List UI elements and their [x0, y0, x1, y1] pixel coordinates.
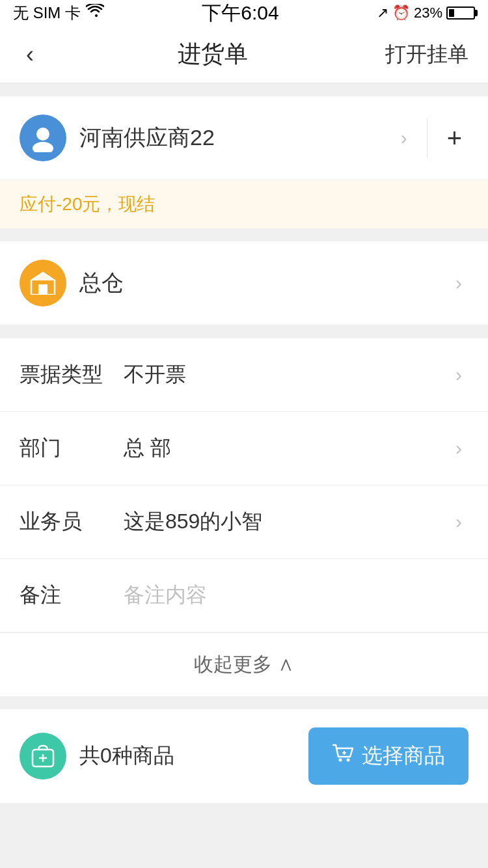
svg-point-9: [347, 759, 350, 762]
remarks-row[interactable]: 备注 备注内容: [0, 559, 488, 632]
section-gap-2: [0, 228, 488, 241]
status-time: 下午6:04: [202, 0, 278, 27]
wifi-icon: [86, 4, 104, 22]
carrier-label: 无 SIM 卡: [13, 3, 81, 23]
salesperson-row[interactable]: 业务员 这是859的小智 ›: [0, 485, 488, 559]
location-icon: ↗: [377, 5, 388, 21]
status-left: 无 SIM 卡: [13, 3, 104, 23]
notice-text: 应付-20元，现结: [20, 194, 155, 214]
product-icon-wrap: [20, 733, 66, 780]
status-bar: 无 SIM 卡 下午6:04 ↗ ⏰ 23%: [0, 0, 488, 26]
remarks-label: 备注: [20, 581, 111, 610]
svg-rect-3: [38, 284, 47, 295]
department-chevron-icon: ›: [455, 437, 462, 459]
form-section: 票据类型 不开票 › 部门 总 部 › 业务员 这是859的小智 › 备注 备注…: [0, 338, 488, 696]
cart-icon: [332, 744, 354, 768]
page-title: 进货单: [178, 38, 248, 70]
svg-point-8: [339, 759, 342, 762]
remarks-input[interactable]: 备注内容: [111, 581, 468, 610]
warehouse-name: 总仓: [79, 268, 455, 298]
battery-icon: [446, 7, 475, 20]
salesperson-chevron-icon: ›: [455, 511, 462, 533]
status-right: ↗ ⏰ 23%: [377, 5, 475, 21]
department-value: 总 部: [111, 434, 455, 463]
supplier-name: 河南供应商22: [79, 123, 401, 153]
back-button[interactable]: ‹: [20, 34, 40, 75]
department-label: 部门: [20, 434, 111, 463]
supplier-row[interactable]: 河南供应商22 › +: [0, 96, 488, 180]
open-pending-button[interactable]: 打开挂单: [385, 40, 468, 69]
svg-point-0: [36, 128, 49, 141]
product-section: 共0种商品 选择商品: [0, 709, 488, 803]
salesperson-value: 这是859的小智: [111, 508, 455, 536]
select-product-label: 选择商品: [362, 742, 445, 770]
product-count: 共0种商品: [79, 742, 295, 770]
nav-bar: ‹ 进货单 打开挂单: [0, 26, 488, 83]
supplier-avatar: [20, 115, 66, 161]
add-button[interactable]: +: [441, 117, 468, 159]
section-gap-1: [0, 83, 488, 96]
invoice-type-row[interactable]: 票据类型 不开票 ›: [0, 338, 488, 412]
vertical-divider: [427, 118, 427, 157]
section-gap-3: [0, 325, 488, 338]
invoice-chevron-icon: ›: [455, 364, 462, 386]
page-background: [0, 803, 488, 868]
svg-marker-4: [31, 273, 55, 280]
alarm-icon: ⏰: [392, 5, 410, 21]
invoice-type-value: 不开票: [111, 360, 455, 389]
svg-point-1: [33, 142, 53, 152]
salesperson-label: 业务员: [20, 508, 111, 536]
warehouse-icon-wrap: [20, 260, 66, 306]
warehouse-chevron-icon: ›: [455, 272, 462, 294]
select-product-button[interactable]: 选择商品: [308, 727, 468, 785]
supplier-section: 河南供应商22 › + 应付-20元，现结: [0, 96, 488, 228]
notice-bar: 应付-20元，现结: [0, 180, 488, 228]
supplier-chevron-icon: ›: [401, 127, 407, 149]
collapse-label: 收起更多 ∧: [194, 651, 293, 678]
battery-percent: 23%: [414, 5, 442, 21]
invoice-type-label: 票据类型: [20, 360, 111, 389]
warehouse-row[interactable]: 总仓 ›: [0, 241, 488, 325]
department-row[interactable]: 部门 总 部 ›: [0, 412, 488, 485]
collapse-button[interactable]: 收起更多 ∧: [0, 632, 488, 696]
